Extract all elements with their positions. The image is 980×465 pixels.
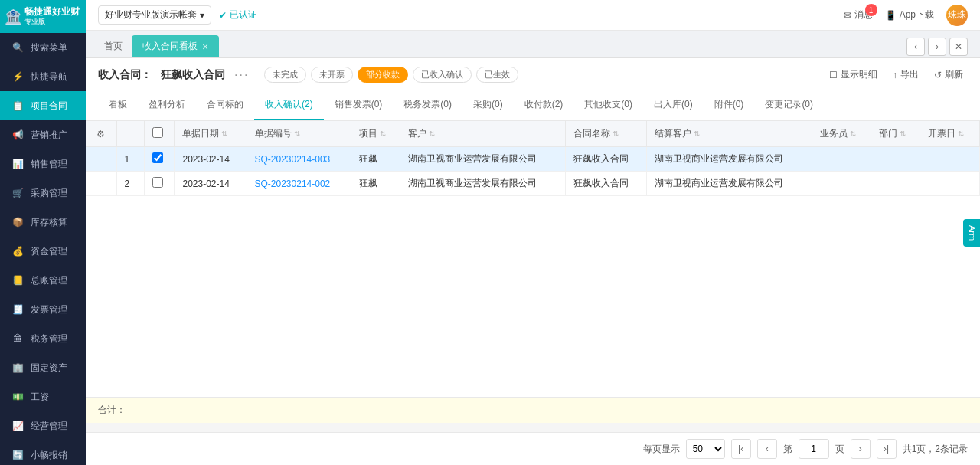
export-button[interactable]: ↑ 导出 bbox=[888, 66, 923, 84]
cell-settle_customer-1: 湖南卫视商业运营发展有限公司 bbox=[647, 172, 812, 196]
status-badge-2[interactable]: 部分收款 bbox=[358, 67, 408, 83]
col-sort-invoice_date[interactable]: 开票日⇅ bbox=[928, 127, 972, 140]
col-sort-date[interactable]: 单据日期⇅ bbox=[182, 127, 238, 140]
tab-close-all-button[interactable]: ✕ bbox=[949, 38, 968, 56]
subtab-2[interactable]: 合同标的 bbox=[196, 90, 254, 120]
sort-icon-date: ⇅ bbox=[221, 129, 227, 138]
col-sort-salesperson[interactable]: 业务员⇅ bbox=[820, 127, 864, 140]
subtab-6[interactable]: 采购(0) bbox=[462, 90, 514, 120]
status-badge-4[interactable]: 已生效 bbox=[476, 67, 518, 83]
col-header-department[interactable]: 部门⇅ bbox=[871, 121, 920, 147]
page-text: 第 bbox=[783, 443, 792, 456]
more-options-button[interactable]: ··· bbox=[234, 68, 249, 82]
subtab-11[interactable]: 变更记录(0) bbox=[754, 90, 824, 120]
col-sort-contract[interactable]: 合同名称⇅ bbox=[573, 127, 639, 140]
per-page-select[interactable]: 50 100 200 bbox=[686, 439, 725, 459]
table-row[interactable]: 22023-02-14SQ-20230214-002狂飙湖南卫视商业运营发展有限… bbox=[86, 172, 980, 196]
page-label: 页 bbox=[835, 443, 844, 456]
col-header-project[interactable]: 项目⇅ bbox=[351, 121, 400, 147]
row-checkbox-0[interactable] bbox=[152, 152, 163, 163]
status-badge-3[interactable]: 已收入确认 bbox=[413, 67, 472, 83]
sidebar-item-6[interactable]: 📦 库存核算 bbox=[0, 208, 86, 237]
show-detail-button[interactable]: ☐ 显示明细 bbox=[825, 66, 882, 84]
refresh-button[interactable]: ↺ 刷新 bbox=[929, 66, 968, 84]
tab-next-button[interactable]: › bbox=[928, 38, 946, 56]
col-sort-customer[interactable]: 客户⇅ bbox=[408, 127, 557, 140]
col-sort-number[interactable]: 单据编号⇅ bbox=[255, 127, 344, 140]
per-page-label: 每页显示 bbox=[643, 443, 680, 456]
prev-page-button[interactable]: ‹ bbox=[757, 439, 777, 459]
contract-header: 收入合同： 狂飙收入合同 ··· 未完成未开票部分收款已收入确认已生效 ☐ 显示… bbox=[86, 58, 980, 90]
last-page-button[interactable]: ›| bbox=[877, 439, 897, 459]
col-sort-settle_customer[interactable]: 结算客户⇅ bbox=[655, 127, 804, 140]
subtab-9[interactable]: 出入库(0) bbox=[643, 90, 704, 120]
sidebar-label-2: 项目合同 bbox=[31, 100, 67, 113]
table-container[interactable]: ⚙单据日期⇅单据编号⇅项目⇅客户⇅合同名称⇅结算客户⇅业务员⇅部门⇅开票日⇅ 1… bbox=[86, 121, 980, 397]
tab-close-button[interactable]: × bbox=[202, 41, 208, 52]
select-all-checkbox[interactable] bbox=[152, 127, 163, 138]
status-badge-1[interactable]: 未开票 bbox=[311, 67, 353, 83]
user-avatar-area[interactable]: 珠珠 bbox=[946, 5, 968, 26]
sidebar-icon-8: 📒 bbox=[11, 273, 24, 287]
col-header-number[interactable]: 单据编号⇅ bbox=[247, 121, 351, 147]
first-page-button[interactable]: |‹ bbox=[731, 439, 751, 459]
app-download-button[interactable]: 📱 App下载 bbox=[885, 8, 934, 21]
table-row[interactable]: 12023-02-14SQ-20230214-003狂飙湖南卫视商业运营发展有限… bbox=[86, 147, 980, 172]
arm-button[interactable]: Arm bbox=[963, 218, 980, 246]
sidebar-item-12[interactable]: 💵 工资 bbox=[0, 382, 86, 411]
message-button[interactable]: ✉ 1 消息 bbox=[844, 8, 873, 21]
sidebar-item-8[interactable]: 📒 总账管理 bbox=[0, 266, 86, 295]
sidebar-item-5[interactable]: 🛒 采购管理 bbox=[0, 178, 86, 208]
horizontal-scrollbar[interactable] bbox=[86, 423, 980, 432]
col-sort-department[interactable]: 部门⇅ bbox=[879, 127, 912, 140]
doc-number-link-0[interactable]: SQ-20230214-003 bbox=[255, 154, 331, 165]
sidebar-item-11[interactable]: 🏢 固定资产 bbox=[0, 353, 86, 382]
cell-no-0: 1 bbox=[116, 147, 144, 172]
sidebar-item-14[interactable]: 🔄 小畅报销 bbox=[0, 440, 86, 465]
col-header-invoice_date[interactable]: 开票日⇅ bbox=[920, 121, 980, 147]
subtab-5[interactable]: 税务发票(0) bbox=[393, 90, 462, 120]
subtab-1[interactable]: 盈利分析 bbox=[138, 90, 196, 120]
settings-col-icon[interactable]: ⚙ bbox=[96, 129, 105, 139]
col-header-date[interactable]: 单据日期⇅ bbox=[175, 121, 247, 147]
sidebar-item-4[interactable]: 📊 销售管理 bbox=[0, 149, 86, 178]
total-label: 合计： bbox=[98, 404, 126, 417]
tab-prev-button[interactable]: ‹ bbox=[906, 38, 925, 56]
sidebar-item-10[interactable]: 🏛 税务管理 bbox=[0, 324, 86, 353]
export-label: 导出 bbox=[900, 68, 919, 81]
home-tab[interactable]: 首页 bbox=[98, 37, 129, 56]
col-header-settle_customer[interactable]: 结算客户⇅ bbox=[647, 121, 812, 147]
sidebar-item-3[interactable]: 📢 营销推广 bbox=[0, 120, 86, 149]
subtab-3[interactable]: 收入确认(2) bbox=[254, 90, 324, 120]
sidebar-item-1[interactable]: ⚡ 快捷导航 bbox=[0, 62, 86, 91]
col-header-salesperson[interactable]: 业务员⇅ bbox=[812, 121, 871, 147]
col-header-customer[interactable]: 客户⇅ bbox=[400, 121, 566, 147]
col-header-contract[interactable]: 合同名称⇅ bbox=[565, 121, 646, 147]
sidebar-label-13: 经营管理 bbox=[31, 420, 67, 433]
cell-no-1: 2 bbox=[116, 172, 144, 196]
pagination: 每页显示 50 100 200 |‹ ‹ 第 页 › ›| 共1页，2条记录 bbox=[86, 432, 980, 465]
cell-invoice_date-1 bbox=[920, 172, 980, 196]
sidebar-item-9[interactable]: 🧾 发票管理 bbox=[0, 295, 86, 324]
sidebar-item-0[interactable]: 🔍 搜索菜单 bbox=[0, 33, 86, 62]
status-badge-0[interactable]: 未完成 bbox=[264, 67, 306, 83]
page-number-input[interactable] bbox=[799, 439, 829, 459]
company-selector[interactable]: 好业财专业版演示帐套 ▾ bbox=[98, 5, 211, 25]
row-checkbox-1[interactable] bbox=[152, 177, 163, 188]
subtab-10[interactable]: 附件(0) bbox=[704, 90, 755, 120]
active-tab[interactable]: 收入合同看板 × bbox=[132, 35, 219, 57]
verified-badge: ✔ 已认证 bbox=[219, 8, 257, 21]
doc-number-link-1[interactable]: SQ-20230214-002 bbox=[255, 178, 331, 189]
sidebar-item-7[interactable]: 💰 资金管理 bbox=[0, 237, 86, 266]
sidebar-item-2[interactable]: 📋 项目合同 bbox=[0, 91, 86, 120]
subtab-0[interactable]: 看板 bbox=[98, 90, 138, 120]
col-sort-project[interactable]: 项目⇅ bbox=[359, 127, 392, 140]
cell-number-0: SQ-20230214-003 bbox=[247, 147, 351, 172]
subtab-7[interactable]: 收付款(2) bbox=[514, 90, 574, 120]
sidebar-item-13[interactable]: 📈 经营管理 bbox=[0, 411, 86, 440]
tab-label: 收入合同看板 bbox=[142, 40, 198, 53]
subtab-8[interactable]: 其他收支(0) bbox=[573, 90, 643, 120]
next-page-button[interactable]: › bbox=[851, 439, 871, 459]
app-sub: 专业版 bbox=[24, 17, 80, 27]
subtab-4[interactable]: 销售发票(0) bbox=[324, 90, 394, 120]
